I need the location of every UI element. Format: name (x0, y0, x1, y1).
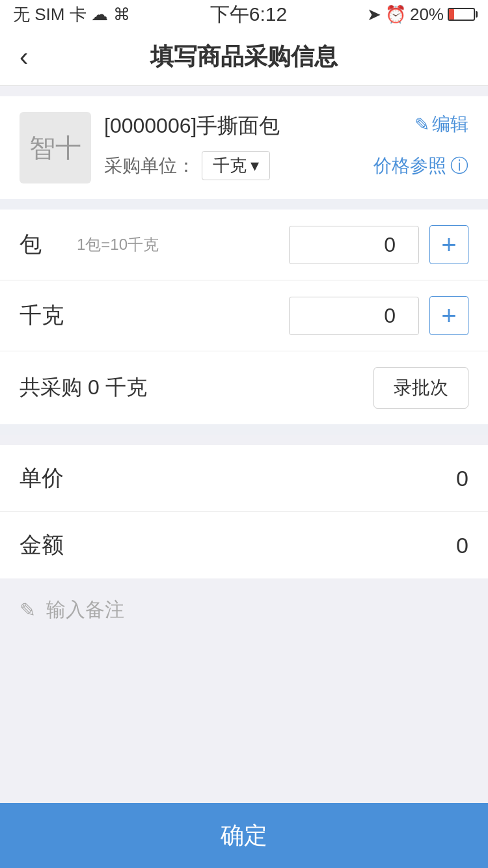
confirm-label: 确定 (221, 820, 267, 852)
info-icon: ⓘ (450, 154, 468, 178)
product-logo: 智十 (29, 130, 81, 166)
unit-select[interactable]: 千克 ▾ (202, 151, 270, 180)
price-ref-label: 价格参照 (373, 154, 446, 178)
confirm-button[interactable]: 确定 (0, 803, 488, 868)
unit-price-row: 单价 0 (0, 445, 488, 512)
status-bar: 无 SIM 卡 ☁ ⌘ 下午6:12 ➤ ⏰ 20% (0, 0, 488, 29)
unit-price-value: 0 (456, 466, 468, 491)
price-ref-button[interactable]: 价格参照 ⓘ (373, 154, 468, 178)
kg-input-wrapper: + (72, 296, 468, 335)
edit-button[interactable]: ✎ 编辑 (414, 112, 468, 137)
wifi-icon: ⌘ (113, 5, 130, 25)
kg-plus-button[interactable]: + (429, 296, 468, 335)
battery-percent: 20% (410, 5, 444, 25)
notes-placeholder: 输入备注 (46, 597, 124, 623)
product-unit-row: 采购单位： 千克 ▾ 价格参照 ⓘ (104, 151, 468, 180)
section-divider-2 (0, 424, 488, 435)
unit-price-label: 单价 (20, 463, 64, 493)
unit-label: 采购单位： 千克 ▾ (104, 151, 270, 180)
kg-label: 千克 (20, 301, 72, 331)
sim-status: 无 SIM 卡 ☁ (13, 3, 108, 26)
back-button[interactable]: ‹ (20, 42, 28, 72)
page-title: 填写商品采购信息 (150, 41, 338, 73)
bag-input-row: 包 1包=10千克 + (0, 210, 488, 280)
amount-label: 金额 (20, 530, 64, 560)
bag-plus-button[interactable]: + (429, 225, 468, 264)
location-icon: ➤ (367, 5, 381, 25)
summary-row: 共采购 0 千克 录批次 (0, 351, 488, 424)
unit-value: 千克 (213, 154, 247, 177)
batch-button[interactable]: 录批次 (373, 367, 468, 409)
kg-input-row: 千克 + (0, 280, 488, 351)
section-divider-1 (0, 199, 488, 210)
chevron-down-icon: ▾ (251, 156, 259, 176)
battery-icon (448, 8, 475, 21)
product-card: 智十 [0000006]手撕面包 ✎ 编辑 采购单位： 千克 ▾ 价格参照 ⓘ (0, 96, 488, 199)
pencil-icon: ✎ (20, 599, 36, 621)
edit-label: 编辑 (432, 112, 468, 137)
amount-row: 金额 0 (0, 512, 488, 578)
product-image: 智十 (20, 112, 91, 183)
product-name-row: [0000006]手撕面包 ✎ 编辑 (104, 112, 468, 141)
status-right: ➤ ⏰ 20% (367, 5, 475, 25)
price-section: 单价 0 金额 0 (0, 445, 488, 578)
alarm-icon: ⏰ (385, 5, 406, 25)
bag-sub-label: 1包=10千克 (77, 234, 159, 255)
notes-section[interactable]: ✎ 输入备注 (0, 578, 488, 642)
amount-value: 0 (456, 533, 468, 558)
unit-label-text: 采购单位： (104, 154, 195, 178)
edit-icon: ✎ (414, 114, 429, 135)
input-section: 包 1包=10千克 + 千克 + 共采购 0 千克 录批次 (0, 210, 488, 424)
product-name: [0000006]手撕面包 (104, 112, 280, 141)
status-time: 下午6:12 (210, 1, 287, 28)
nav-bar: ‹ 填写商品采购信息 (0, 29, 488, 86)
product-info: [0000006]手撕面包 ✎ 编辑 采购单位： 千克 ▾ 价格参照 ⓘ (104, 112, 468, 180)
bag-label: 包 (20, 230, 72, 260)
summary-text: 共采购 0 千克 (20, 373, 147, 402)
status-left: 无 SIM 卡 ☁ ⌘ (13, 3, 130, 26)
bag-input-wrapper: + (159, 225, 468, 264)
kg-input[interactable] (289, 297, 419, 335)
bag-input[interactable] (289, 226, 419, 264)
